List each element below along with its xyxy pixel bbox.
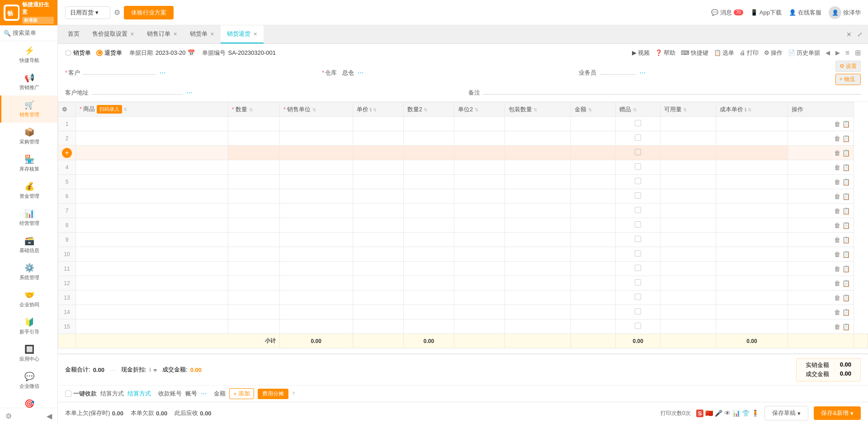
row-unit-12[interactable] [279, 276, 353, 291]
row-price-1[interactable] [353, 117, 403, 131]
sidebar-item-inventory[interactable]: 🏪 库存核算 [0, 150, 57, 177]
sidebar-item-enterprise[interactable]: 🤝 企业协同 [0, 286, 57, 313]
row-unit-1[interactable] [279, 117, 353, 131]
settings-btn[interactable]: ⚙ 设置 [835, 61, 861, 72]
delete-row-icon-7[interactable]: 🗑 [834, 207, 840, 214]
row-qty-2[interactable] [228, 131, 279, 146]
row-pkg-6[interactable] [505, 189, 571, 204]
row-unit2-11[interactable] [454, 262, 505, 276]
sort-gift-icon[interactable]: ⇅ [633, 107, 637, 112]
address-input[interactable] [92, 91, 183, 95]
sidebar-item-operations[interactable]: 📊 经营管理 [0, 204, 57, 231]
row-pkg-7[interactable] [505, 204, 571, 218]
date-value[interactable]: 2023-03-20 [156, 49, 186, 56]
row-qty-5[interactable] [228, 175, 279, 189]
row-qty2-13[interactable] [403, 291, 454, 305]
sort-product-icon[interactable]: ⇅ [123, 107, 127, 112]
row-unit2-10[interactable] [454, 247, 505, 262]
gift-checkbox-3[interactable] [635, 149, 641, 155]
row-product-7[interactable] [76, 204, 228, 218]
row-unit-10[interactable] [279, 247, 353, 262]
staff-ellipsis[interactable]: ··· [640, 69, 646, 77]
row-amount-9[interactable] [571, 233, 616, 247]
copy-row-icon-10[interactable]: 📋 [842, 251, 850, 258]
row-qty2-2[interactable] [403, 131, 454, 146]
row-unit2-13[interactable] [454, 291, 505, 305]
row-unit-9[interactable] [279, 233, 353, 247]
copy-row-icon-6[interactable]: 📋 [842, 193, 850, 200]
row-product-2[interactable] [76, 131, 228, 146]
sort-avail-icon[interactable]: ⇅ [683, 107, 687, 112]
row-gift-10[interactable] [616, 247, 660, 262]
sidebar-item-system[interactable]: ⚙️ 系统管理 [0, 258, 57, 286]
row-gift-15[interactable] [616, 319, 660, 334]
row-unit-4[interactable] [279, 160, 353, 175]
row-unit-14[interactable] [279, 305, 353, 319]
copy-row-icon-4[interactable]: 📋 [842, 164, 850, 171]
row-avail-6[interactable] [660, 189, 716, 204]
collapse-icon[interactable]: ◀ [47, 412, 52, 420]
sort-amount-icon[interactable]: ⇅ [588, 107, 592, 112]
tab-售价提取设置[interactable]: 售价提取设置✕ [86, 25, 141, 43]
row-price-14[interactable] [353, 305, 403, 319]
copy-row-icon-5[interactable]: 📋 [842, 178, 850, 186]
row-price-6[interactable] [353, 189, 403, 204]
sort-unit2-icon[interactable]: ⇅ [475, 107, 478, 112]
delete-row-icon-2[interactable]: 🗑 [834, 135, 840, 142]
row-cost-2[interactable] [716, 131, 788, 146]
delete-row-icon-13[interactable]: 🗑 [834, 294, 840, 301]
add-row-btn[interactable]: + [62, 148, 72, 158]
row-price-8[interactable] [353, 218, 403, 233]
row-amount-4[interactable] [571, 160, 616, 175]
row-pkg-4[interactable] [505, 160, 571, 175]
row-product-4[interactable] [76, 160, 228, 175]
row-gift-5[interactable] [616, 175, 660, 189]
row-amount-13[interactable] [571, 291, 616, 305]
add-btn[interactable]: + 添加 [229, 388, 254, 399]
row-pkg-1[interactable] [505, 117, 571, 131]
tab-close-3[interactable]: ✕ [210, 31, 214, 37]
gift-checkbox-8[interactable] [635, 221, 641, 228]
row-qty-9[interactable] [228, 233, 279, 247]
row-avail-12[interactable] [660, 276, 716, 291]
row-qty2-11[interactable] [403, 262, 454, 276]
logistics-btn[interactable]: + 物流 [835, 74, 861, 85]
row-qty-6[interactable] [228, 189, 279, 204]
scan-btn[interactable]: 扫码录入 [97, 105, 122, 114]
gift-checkbox-14[interactable] [635, 308, 641, 314]
col-available-header[interactable]: 可用量 ⇅ [660, 102, 716, 117]
expand-tabs-icon[interactable]: ⤢ [855, 29, 864, 40]
row-qty-3[interactable] [228, 146, 279, 160]
row-qty2-7[interactable] [403, 204, 454, 218]
row-qty-15[interactable] [228, 319, 279, 334]
row-unit2-2[interactable] [454, 131, 505, 146]
tab-close-2[interactable]: ✕ [173, 31, 177, 37]
row-price-10[interactable] [353, 247, 403, 262]
row-product-13[interactable] [76, 291, 228, 305]
sort-qty2-icon[interactable]: ⇅ [424, 107, 427, 112]
row-qty2-6[interactable] [403, 189, 454, 204]
row-avail-14[interactable] [660, 305, 716, 319]
col-quantity-header[interactable]: * 数量 ⇅ [228, 102, 279, 117]
copy-row-icon-2[interactable]: 📋 [842, 135, 850, 142]
col-product-header[interactable]: * 商品 扫码录入 ⇅ [76, 102, 228, 117]
tab-首页[interactable]: 首页 [61, 25, 86, 43]
sidebar-item-wechat[interactable]: 💬 企业微信 [0, 367, 57, 394]
sidebar-item-sales[interactable]: 🛒 销售管理 [0, 95, 57, 123]
copy-row-icon-11[interactable]: 📋 [842, 265, 850, 272]
gift-checkbox-11[interactable] [635, 265, 641, 271]
row-avail-10[interactable] [660, 247, 716, 262]
delete-row-icon-15[interactable]: 🗑 [834, 323, 840, 330]
sort-price-icon[interactable]: ⇅ [373, 107, 377, 112]
row-amount-12[interactable] [571, 276, 616, 291]
history-btn[interactable]: 📄 历史单据 [788, 49, 820, 57]
row-amount-3[interactable] [571, 146, 616, 160]
sidebar-item-member[interactable]: 🎯 畅会员 [0, 394, 57, 408]
delete-row-icon-6[interactable]: 🗑 [834, 193, 840, 200]
row-amount-2[interactable] [571, 131, 616, 146]
row-avail-11[interactable] [660, 262, 716, 276]
row-gift-6[interactable] [616, 189, 660, 204]
row-amount-7[interactable] [571, 204, 616, 218]
col-settings-header[interactable]: ⚙ [58, 102, 76, 117]
col-unit-header[interactable]: * 销售单位 ⇅ [279, 102, 353, 117]
